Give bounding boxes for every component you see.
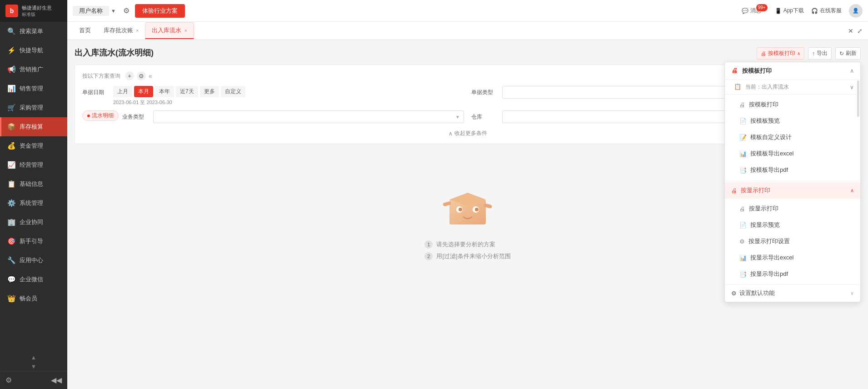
sales-icon: 📊 (7, 84, 16, 93)
sidebar-item-system[interactable]: ⚙️ 系统管理 (0, 194, 67, 213)
sidebar-item-vip[interactable]: 👑 畅会员 (0, 289, 67, 308)
dropdown-item-template-print[interactable]: 🖨 按模板打印 (725, 96, 860, 113)
sidebar-item-guide[interactable]: 🎯 新手引导 (0, 232, 67, 251)
headset-icon: 🎧 (811, 8, 818, 14)
dropdown-section-2-header[interactable]: 🖨 按显示打印 ∧ (725, 182, 860, 199)
date-tab-last-month[interactable]: 上月 (113, 86, 132, 97)
dropdown-item-display-print[interactable]: 🖨 按显示打印 (725, 200, 860, 217)
dropdown-item-template-preview[interactable]: 📄 按模板预览 (725, 113, 860, 129)
dropdown-section-1: 🖨 按模板打印 📄 按模板预览 📝 模板自定义设计 📊 按模板导出excel 📑 (725, 95, 860, 180)
page-actions: 🖨 按模板打印 ∧ ↑ 导出 ↻ 刷新 (757, 47, 861, 60)
sidebar-nav: 🔍 搜索菜单 ⚡ 快捷导航 📢 营销推广 📊 销售管理 🛒 采购管理 📦 库存核… (0, 22, 67, 353)
display-preview-icon: 📄 (739, 222, 747, 229)
print-template-button[interactable]: 🖨 按模板打印 ∧ (757, 47, 804, 60)
date-tab-custom[interactable]: 自定义 (221, 86, 245, 97)
dropdown-item-template-custom[interactable]: 📝 模板自定义设计 (725, 129, 860, 145)
sidebar-item-search[interactable]: 🔍 搜索菜单 (0, 22, 67, 41)
sidebar-scroll-down[interactable]: ▼ (0, 362, 67, 371)
purchase-icon: 🛒 (7, 103, 16, 112)
filter-collapse-button[interactable]: « (149, 72, 152, 80)
app-download-button[interactable]: 📱 App下载 (775, 7, 804, 15)
sidebar-item-app-center[interactable]: 🔧 应用中心 (0, 251, 67, 270)
empty-step-1: 1 请先选择要分析的方案 (424, 240, 510, 249)
empty-steps: 1 请先选择要分析的方案 2 用[过滤]条件来缩小分析范围 (424, 240, 510, 264)
dropdown-separator (725, 181, 860, 181)
sidebar-item-label: 应用中心 (20, 256, 43, 264)
tab-home[interactable]: 首页 (73, 23, 97, 39)
topbar-username[interactable]: 用户名称 (73, 6, 109, 16)
dropdown-item-display-export-excel[interactable]: 📊 按显示导出excel (725, 249, 860, 266)
date-tab-current-year[interactable]: 本年 (155, 86, 174, 97)
sidebar-item-sales[interactable]: 📊 销售管理 (0, 79, 67, 98)
online-service-button[interactable]: 🎧 在线客服 (811, 7, 842, 15)
dropdown-item-display-preview[interactable]: 📄 按显示预览 (725, 217, 860, 233)
sidebar-item-finance[interactable]: 💰 资金管理 (0, 136, 67, 155)
guide-icon: 🎯 (7, 237, 16, 246)
sidebar-item-purchase[interactable]: 🛒 采购管理 (0, 98, 67, 117)
biz-type-select[interactable]: ▼ (153, 110, 464, 123)
filter-add-button[interactable]: + (125, 71, 134, 80)
display-excel-icon: 📊 (739, 254, 747, 261)
logo-icon: b (5, 5, 18, 17)
page-title: 出入库流水(流水明细) (75, 47, 861, 58)
dropdown-scrollbar[interactable] (857, 80, 859, 117)
footer-collapse-icon[interactable]: ◀◀ (51, 376, 62, 384)
main-area: 用户名称 ▼ ⚙ 体验行业方案 💬 消息 99+ 📱 App下载 🎧 在线客服 … (67, 0, 868, 389)
sidebar-item-quick-nav[interactable]: ⚡ 快捷导航 (0, 41, 67, 60)
current-template[interactable]: 📋 当前：出入库流水 ∨ (725, 80, 860, 95)
sidebar-item-operations[interactable]: 📈 经营管理 (0, 155, 67, 175)
trial-button[interactable]: 体验行业方案 (135, 4, 185, 18)
wechat-icon: 💬 (7, 275, 16, 284)
date-tab-more[interactable]: 更多 (200, 86, 219, 97)
footer-settings-icon[interactable]: ⚙ (5, 376, 12, 384)
tab-close-all-icon[interactable]: ✕ (848, 27, 853, 35)
tab-batch-account[interactable]: 库存批次账 × (97, 23, 145, 39)
operations-icon: 📈 (7, 160, 16, 170)
tab-close-batch[interactable]: × (136, 28, 139, 33)
display-pdf-icon: 📑 (739, 271, 747, 278)
sidebar-item-wechat[interactable]: 💬 企业微信 (0, 270, 67, 289)
date-tab-current-month[interactable]: 本月 (134, 86, 153, 97)
topbar-gear-icon[interactable]: ⚙ (123, 6, 130, 15)
dropdown-header[interactable]: 🖨 按模板打印 ∧ (725, 62, 860, 80)
dropdown-default-setting[interactable]: ⚙ 设置默认功能 (731, 289, 775, 297)
tab-flow[interactable]: 出入库流水 × (145, 22, 194, 39)
app-center-icon: 🔧 (7, 256, 16, 265)
refresh-button[interactable]: ↻ 刷新 (835, 47, 861, 60)
dropdown-section-2: 🖨 按显示打印 📄 按显示预览 ⚙ 按显示打印设置 📊 按显示导出excel 📑 (725, 199, 860, 284)
template-excel-icon: 📊 (739, 150, 747, 157)
template-pdf-icon: 📑 (739, 167, 747, 174)
topbar: 用户名称 ▼ ⚙ 体验行业方案 💬 消息 99+ 📱 App下载 🎧 在线客服 … (67, 0, 868, 22)
biz-type-label: 业务类型 (122, 110, 150, 121)
step-num-1: 1 (424, 240, 433, 249)
tab-close-flow[interactable]: × (184, 28, 187, 33)
sidebar-item-enterprise[interactable]: 🏢 企业协同 (0, 213, 67, 232)
sidebar-item-marketing[interactable]: 📢 营销推广 (0, 60, 67, 79)
sidebar-item-label: 快捷导航 (20, 46, 43, 55)
dropdown-item-display-export-pdf[interactable]: 📑 按显示导出pdf (725, 266, 860, 282)
message-button[interactable]: 💬 消息 99+ (742, 7, 761, 15)
sidebar-item-base-info[interactable]: 📋 基础信息 (0, 175, 67, 194)
filter-setting-button[interactable]: ⚙ (137, 71, 146, 80)
dropdown-item-display-print-settings[interactable]: ⚙ 按显示打印设置 (725, 233, 860, 249)
export-button[interactable]: ↑ 导出 (808, 47, 832, 60)
dropdown-bottom-arrow: ∨ (850, 290, 854, 296)
section2-arrow: ∧ (850, 188, 854, 194)
sidebar-logo: b 畅捷通好生意 标准版 (0, 0, 67, 22)
dropdown-item-template-export-pdf[interactable]: 📑 按模板导出pdf (725, 162, 860, 178)
sidebar-item-inventory[interactable]: 📦 库存核算 (0, 117, 67, 136)
tab-expand-icon[interactable]: ⤢ (857, 27, 863, 35)
dropdown-item-template-export-excel[interactable]: 📊 按模板导出excel (725, 145, 860, 162)
sidebar-scroll-up[interactable]: ▲ (0, 353, 67, 362)
avatar[interactable]: 👤 (849, 4, 863, 18)
template-preview-icon: 📄 (739, 118, 747, 125)
sidebar-item-label: 企业协同 (20, 218, 43, 226)
export-icon: ↑ (812, 50, 815, 57)
date-tab-last-7days[interactable]: 近7天 (176, 86, 198, 97)
collapse-more-btn[interactable]: ∧ 收起更多条件 (449, 130, 487, 137)
topbar-right: 💬 消息 99+ 📱 App下载 🎧 在线客服 👤 (742, 4, 863, 18)
flow-detail-tag[interactable]: 流水明细 (82, 110, 119, 121)
topbar-user[interactable]: 用户名称 ▼ (73, 6, 116, 16)
enterprise-icon: 🏢 (7, 218, 16, 227)
collapse-icon: ∧ (449, 130, 453, 137)
